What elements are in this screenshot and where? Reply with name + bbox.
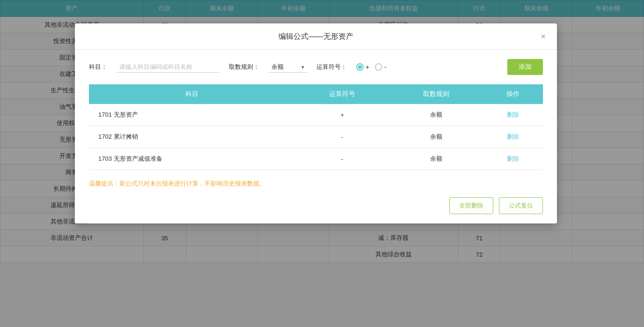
cell-subject: 1701 无形资产 — [89, 104, 295, 126]
subject-label: 科目： — [89, 63, 107, 71]
subject-input[interactable] — [117, 61, 220, 73]
operator-plus-item[interactable]: + — [356, 63, 369, 71]
col-operator: 运算符号 — [295, 84, 389, 104]
operator-label: 运算符号： — [316, 63, 347, 71]
cell-action: 删除 — [483, 126, 543, 148]
operator-minus-item[interactable]: - — [375, 63, 387, 71]
cell-operator: + — [295, 104, 389, 126]
col-action: 操作 — [483, 84, 543, 104]
rule-label: 取数规则： — [229, 63, 259, 71]
hint-row: 温馨提示：新公式只对未出报表进行计算，不影响历史报表数据。 — [75, 170, 557, 193]
formula-table: 科目 运算符号 取数规则 操作 1701 无形资产+余额删除1702 累计摊销-… — [89, 84, 543, 170]
delete-row-button[interactable]: 删除 — [507, 133, 519, 140]
reset-formula-button[interactable]: 公式复位 — [499, 197, 543, 214]
add-button[interactable]: 添加 — [507, 59, 543, 75]
data-table-wrap: 科目 运算符号 取数规则 操作 1701 无形资产+余额删除1702 累计摊销-… — [89, 84, 543, 170]
cell-rule: 余额 — [389, 104, 483, 126]
modal-close-button[interactable]: × — [537, 30, 549, 43]
rule-select-wrap: 余额 借方 贷方 借方累计 贷方累计 ▼ — [269, 61, 307, 73]
delete-row-button[interactable]: 删除 — [507, 111, 519, 118]
table-row: 1701 无形资产+余额删除 — [89, 104, 543, 126]
footer-buttons: 全部删除 公式复位 — [75, 193, 557, 214]
cell-action: 删除 — [483, 104, 543, 126]
rule-select[interactable]: 余额 借方 贷方 借方累计 贷方累计 — [269, 61, 307, 73]
modal-title: 编辑公式——无形资产 — [278, 32, 353, 42]
table-row: 1703 无形资产减值准备-余额删除 — [89, 148, 543, 170]
cell-subject: 1703 无形资产减值准备 — [89, 148, 295, 170]
cell-rule: 余额 — [389, 148, 483, 170]
operator-minus-label: - — [384, 63, 387, 71]
table-row: 1702 累计摊销-余额删除 — [89, 126, 543, 148]
cell-operator: - — [295, 126, 389, 148]
operator-plus-radio[interactable] — [356, 63, 364, 71]
modal-header: 编辑公式——无形资产 × — [75, 23, 557, 50]
hint-text: 温馨提示：新公式只对未出报表进行计算，不影响历史报表数据。 — [89, 180, 265, 187]
operator-plus-label: + — [366, 63, 369, 71]
edit-formula-modal: 编辑公式——无形资产 × 科目： 取数规则： 余额 借方 贷方 借方累计 贷方累… — [75, 23, 557, 223]
cell-operator: - — [295, 148, 389, 170]
cell-subject: 1702 累计摊销 — [89, 126, 295, 148]
operator-minus-radio[interactable] — [375, 63, 382, 71]
col-rule: 取数规则 — [389, 84, 483, 104]
cell-action: 删除 — [483, 148, 543, 170]
delete-all-button[interactable]: 全部删除 — [449, 197, 493, 214]
form-row: 科目： 取数规则： 余额 借方 贷方 借方累计 贷方累计 ▼ 运算符号： + - — [75, 50, 557, 84]
operator-radio-group: + - — [356, 63, 387, 71]
delete-row-button[interactable]: 删除 — [507, 155, 519, 162]
col-subject: 科目 — [89, 84, 295, 104]
cell-rule: 余额 — [389, 126, 483, 148]
